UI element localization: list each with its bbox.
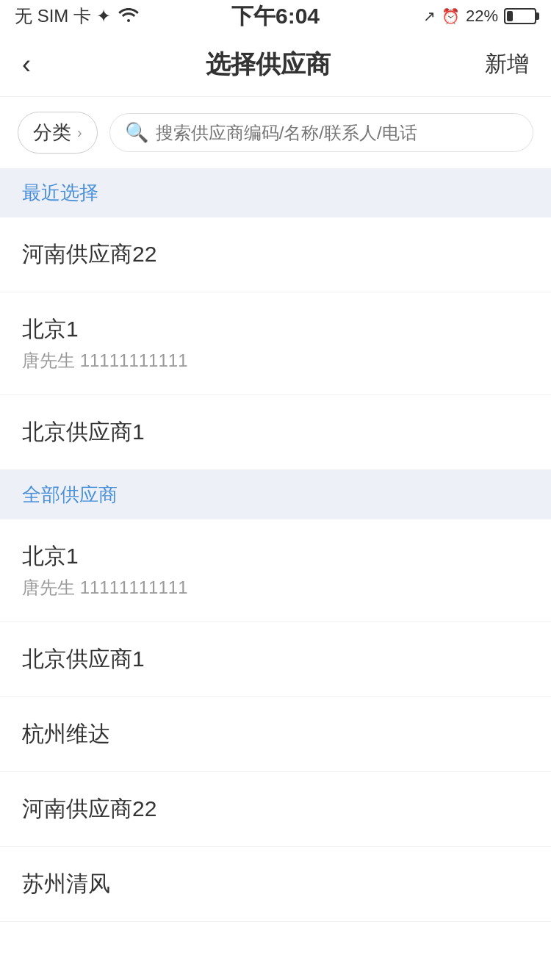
filter-bar: 分类 › 🔍 bbox=[0, 97, 551, 168]
status-right: ↗ ⏰ 22% bbox=[423, 7, 536, 26]
page-title: 选择供应商 bbox=[206, 48, 331, 82]
item-name: 河南供应商22 bbox=[22, 239, 529, 270]
all-list-item[interactable]: 北京供应商1 bbox=[0, 622, 551, 697]
category-filter-button[interactable]: 分类 › bbox=[18, 112, 98, 154]
search-box[interactable]: 🔍 bbox=[109, 113, 533, 152]
recent-list-item[interactable]: 北京供应商1 bbox=[0, 395, 551, 470]
all-section-label: 全部供应商 bbox=[22, 483, 118, 505]
item-name: 北京供应商1 bbox=[22, 644, 529, 674]
all-list-item[interactable]: 北京1唐先生 11111111111 bbox=[0, 519, 551, 622]
category-label: 分类 bbox=[33, 120, 71, 145]
recent-list-item[interactable]: 北京1唐先生 11111111111 bbox=[0, 292, 551, 395]
recent-list: 河南供应商22北京1唐先生 11111111111北京供应商1 bbox=[0, 217, 551, 470]
all-list: 北京1唐先生 11111111111北京供应商1杭州维达河南供应商22苏州清风 bbox=[0, 519, 551, 922]
wifi-icon bbox=[118, 6, 139, 26]
location-arrow-icon: ↗ bbox=[423, 7, 436, 25]
item-name: 北京1 bbox=[22, 541, 529, 572]
back-button[interactable]: ‹ bbox=[22, 49, 66, 80]
recent-section-label: 最近选择 bbox=[22, 181, 98, 203]
nav-bar: ‹ 选择供应商 新增 bbox=[0, 32, 551, 97]
item-sub: 唐先生 11111111111 bbox=[22, 349, 529, 372]
status-bar: 无 SIM 卡 ✦ 下午6:04 ↗ ⏰ 22% bbox=[0, 0, 551, 32]
item-name: 杭州维达 bbox=[22, 719, 529, 749]
battery-icon bbox=[504, 8, 536, 24]
alarm-icon: ⏰ bbox=[442, 7, 460, 25]
category-arrow-icon: › bbox=[77, 124, 82, 141]
item-name: 苏州清风 bbox=[22, 869, 529, 899]
battery-percent: 22% bbox=[466, 7, 498, 26]
all-list-item[interactable]: 苏州清风 bbox=[0, 847, 551, 922]
recent-section-header: 最近选择 bbox=[0, 168, 551, 217]
search-input[interactable] bbox=[156, 123, 518, 143]
no-sim-label: 无 SIM 卡 ✦ bbox=[15, 4, 111, 28]
item-name: 北京1 bbox=[22, 314, 529, 345]
item-name: 北京供应商1 bbox=[22, 417, 529, 447]
item-sub: 唐先生 11111111111 bbox=[22, 576, 529, 599]
search-icon: 🔍 bbox=[125, 121, 148, 144]
new-add-button[interactable]: 新增 bbox=[470, 49, 529, 79]
all-list-item[interactable]: 杭州维达 bbox=[0, 697, 551, 772]
all-section-header: 全部供应商 bbox=[0, 470, 551, 519]
status-time: 下午6:04 bbox=[231, 1, 320, 32]
all-list-item[interactable]: 河南供应商22 bbox=[0, 772, 551, 847]
recent-list-item[interactable]: 河南供应商22 bbox=[0, 217, 551, 292]
status-left: 无 SIM 卡 ✦ bbox=[15, 4, 139, 28]
item-name: 河南供应商22 bbox=[22, 794, 529, 824]
